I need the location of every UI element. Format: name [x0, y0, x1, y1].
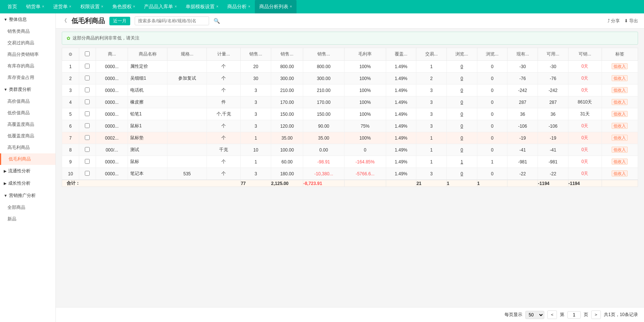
cell-checkbox[interactable] [79, 73, 96, 85]
col-browse2[interactable]: 浏览... [477, 48, 507, 61]
page-number-input[interactable] [567, 311, 581, 319]
sidebar-item-low-value[interactable]: 低价值商品 [0, 107, 55, 119]
sidebar-item-new-goods[interactable]: 新品 [0, 213, 55, 225]
cell-name[interactable]: 吴细细1 [128, 73, 167, 85]
cell-name[interactable]: 电话机 [128, 85, 167, 96]
col-sales-profit[interactable]: 销售... [303, 48, 345, 61]
col-name[interactable]: 商品名称 [128, 48, 167, 61]
cell-checkbox[interactable] [79, 85, 96, 96]
row-checkbox[interactable] [85, 64, 90, 68]
cell-browse1[interactable]: 0 [447, 96, 477, 108]
col-unit[interactable]: 计量... [207, 48, 241, 61]
select-all-checkbox[interactable] [85, 51, 90, 56]
nav-permission[interactable]: 权限设置 × [76, 0, 108, 13]
close-icon[interactable]: × [216, 0, 218, 13]
cell-browse1[interactable]: 0 [447, 168, 477, 180]
settings-icon[interactable]: ⚙ [68, 52, 73, 57]
col-gross-rate[interactable]: 毛利率 [344, 48, 386, 61]
col-available[interactable]: 可用... [538, 48, 568, 61]
next-page-button[interactable]: ＞ [591, 310, 601, 319]
sidebar-item-all-goods[interactable]: 全部商品 [0, 202, 55, 213]
col-checkbox[interactable] [79, 48, 96, 61]
nav-sales-order[interactable]: 销货单 × [22, 0, 49, 13]
sidebar-item-category-sales-rate[interactable]: 商品分类销销率 [0, 49, 55, 60]
col-stock[interactable]: 现有... [507, 48, 538, 61]
cell-checkbox[interactable] [79, 108, 96, 120]
export-button[interactable]: ⬇ 导出 [624, 18, 638, 24]
nav-product-analysis-list[interactable]: 商品分析列表 × [255, 0, 297, 13]
col-settings[interactable]: ⚙ [62, 48, 79, 61]
cell-browse1[interactable]: 0 [447, 73, 477, 85]
share-button[interactable]: ⤴ 分享 [608, 18, 620, 24]
row-checkbox[interactable] [85, 123, 90, 128]
sidebar-collapse-button[interactable]: 《 [62, 17, 67, 24]
col-code[interactable]: 商... [96, 48, 128, 61]
cell-browse1[interactable]: 0 [447, 108, 477, 120]
cell-browse1[interactable]: 0 [447, 61, 477, 73]
nav-product-analysis[interactable]: 商品分析 × [223, 0, 255, 13]
row-checkbox[interactable] [85, 111, 90, 116]
sidebar-item-traded-goods[interactable]: 交易过的商品 [0, 37, 55, 49]
date-filter-button[interactable]: 近一月 [109, 17, 130, 25]
sidebar-item-high-profit[interactable]: 高毛利商品 [0, 142, 55, 153]
col-browse1[interactable]: 浏览... [447, 48, 477, 61]
cell-checkbox[interactable] [79, 120, 96, 132]
sidebar-item-high-value[interactable]: 高价值商品 [0, 96, 55, 107]
close-icon[interactable]: × [174, 0, 177, 13]
col-saleable[interactable]: 可销... [568, 48, 602, 61]
row-checkbox[interactable] [85, 87, 90, 92]
close-icon[interactable]: × [69, 0, 71, 13]
sidebar-section-marketing[interactable]: ▼ 营销推广分析 [0, 189, 55, 202]
sidebar-item-low-coverage[interactable]: 低覆盖度商品 [0, 130, 55, 142]
sidebar-item-high-coverage[interactable]: 高覆盖度商品 [0, 119, 55, 130]
close-icon[interactable]: × [248, 0, 250, 13]
search-button[interactable]: 🔍 [214, 18, 220, 24]
cell-browse1[interactable]: 0 [447, 85, 477, 96]
prev-page-button[interactable]: ＜ [547, 310, 557, 319]
cell-browse1[interactable]: 0 [447, 144, 477, 156]
sidebar-item-stock-capital[interactable]: 库存资金占用 [0, 72, 55, 83]
nav-template-settings[interactable]: 单据模板设置 × [181, 0, 223, 13]
search-input[interactable] [135, 16, 209, 25]
col-sales-amt[interactable]: 销售... [271, 48, 303, 61]
nav-product-entry[interactable]: 产品品入库单 × [140, 0, 181, 13]
cell-name[interactable]: 铅笔1 [128, 108, 167, 120]
close-icon[interactable]: × [101, 0, 103, 13]
row-checkbox[interactable] [85, 76, 90, 80]
cell-name[interactable]: 属性定价 [128, 61, 167, 73]
cell-checkbox[interactable] [79, 96, 96, 108]
row-checkbox[interactable] [85, 159, 90, 164]
cell-name[interactable]: 橡皮擦 [128, 96, 167, 108]
close-icon[interactable]: × [133, 0, 135, 13]
cell-name[interactable]: 鼠标垫 [128, 132, 167, 144]
cell-checkbox[interactable] [79, 144, 96, 156]
col-trades[interactable]: 交易... [416, 48, 447, 61]
col-sales-qty[interactable]: 销售... [241, 48, 271, 61]
sidebar-section-growth[interactable]: ▶ 成长性分析 [0, 177, 55, 189]
cell-name[interactable]: 鼠标1 [128, 120, 167, 132]
row-checkbox[interactable] [85, 135, 90, 140]
cell-checkbox[interactable] [79, 61, 96, 73]
cell-name[interactable]: 笔记本 [128, 168, 167, 180]
cell-checkbox[interactable] [79, 168, 96, 180]
row-checkbox[interactable] [85, 171, 90, 176]
sidebar-item-low-profit[interactable]: 低毛利商品 [0, 153, 55, 165]
page-size-select[interactable]: 50 100 200 [525, 311, 544, 319]
close-icon[interactable]: × [42, 0, 44, 13]
cell-checkbox[interactable] [79, 132, 96, 144]
nav-purchase-order[interactable]: 进货单 × [49, 0, 76, 13]
cell-checkbox[interactable] [79, 156, 96, 168]
cell-name[interactable]: 测试 [128, 144, 167, 156]
col-spec[interactable]: 规格... [167, 48, 207, 61]
sidebar-item-in-stock-goods[interactable]: 有库存的商品 [0, 60, 55, 72]
col-tag[interactable]: 标签 [602, 48, 638, 61]
close-icon[interactable]: × [290, 0, 292, 13]
row-checkbox[interactable] [85, 99, 90, 104]
cell-browse1[interactable]: 1 [447, 156, 477, 168]
col-coverage[interactable]: 覆盖... [386, 48, 416, 61]
sidebar-section-cluster[interactable]: ▼ 类群度分析 [0, 83, 55, 96]
nav-home[interactable]: 首页 [3, 0, 22, 13]
row-checkbox[interactable] [85, 147, 90, 152]
sidebar-section-circulation[interactable]: ▶ 流通性分析 [0, 165, 55, 177]
sidebar-item-sales-goods[interactable]: 销售类商品 [0, 26, 55, 37]
